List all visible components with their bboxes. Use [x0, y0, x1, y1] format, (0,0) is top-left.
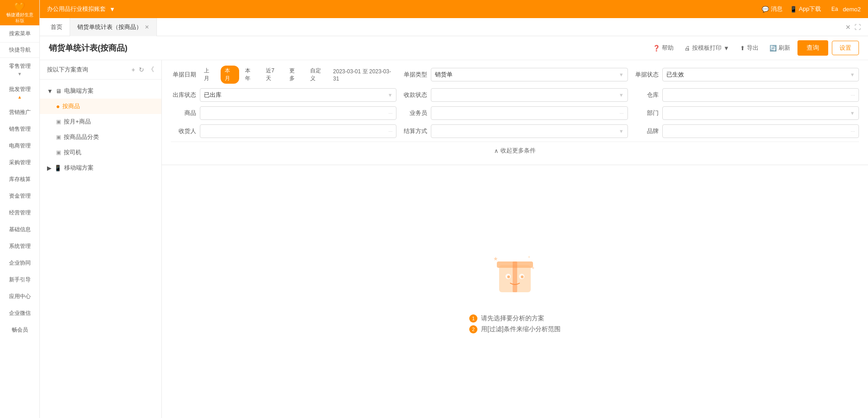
wholesale-arrow: ▲ — [18, 95, 22, 100]
sidebar-item-member[interactable]: 畅会员 — [0, 322, 39, 338]
collapse-panel-icon[interactable]: 《 — [148, 66, 154, 74]
sidebar-item-enterprise[interactable]: 企业协同 — [0, 255, 39, 271]
date-range-text: 2023-03-01 至 2023-03-31 — [333, 68, 397, 82]
tab-bar: 首页 销货单统计表（按商品） ✕ ✕ ⛶ — [40, 18, 868, 36]
date-tab-more[interactable]: 更多 — [285, 66, 304, 84]
svg-rect-2 — [513, 261, 517, 292]
filter-doc-type-item: 单据类型 销货单 ▼ — [402, 66, 627, 84]
recipient-field[interactable]: ··· — [200, 124, 396, 138]
date-tab-this-month[interactable]: 本月 — [221, 66, 240, 84]
user-info[interactable]: Ea demo2 — [828, 3, 861, 15]
date-tab-this-year[interactable]: 本年 — [241, 66, 260, 84]
sidebar-item-marketing[interactable]: 营销推广 — [0, 104, 39, 121]
doc-type-field[interactable]: 销货单 ▼ — [431, 68, 627, 81]
collapse-label: 收起更多条件 — [500, 147, 536, 155]
app-download-btn[interactable]: 📱 App下载 — [790, 5, 821, 13]
scheme-group-mobile-header[interactable]: ▶ 📱 移动端方案 — [40, 160, 161, 176]
message-btn[interactable]: 💬 消息 — [762, 5, 783, 13]
setting-button[interactable]: 设置 — [832, 41, 859, 55]
scheme-item-by-product[interactable]: ● 按商品 — [40, 99, 161, 114]
newbie-label: 新手引导 — [9, 276, 31, 284]
sidebar-item-basic[interactable]: 基础信息 — [0, 221, 39, 238]
sidebar-item-system[interactable]: 系统管理 — [0, 238, 39, 255]
payment-field[interactable]: ▼ — [431, 124, 627, 138]
doc-status-label: 单据状态 — [633, 71, 659, 79]
help-icon: ❓ — [653, 45, 660, 52]
query-button[interactable]: 查询 — [797, 40, 828, 56]
marketing-label: 营销推广 — [9, 109, 31, 116]
department-field[interactable]: ▼ — [662, 106, 859, 120]
product-label: 商品 — [171, 109, 196, 117]
empty-tips-list: 1 请先选择要分析的方案 2 用[过滤]条件来缩小分析范围 — [469, 312, 561, 336]
filter-row-2: 出库状态 已出库 ▼ 收款状态 ▼ — [171, 88, 859, 102]
desktop-group-icon: 🖥 — [56, 88, 61, 95]
collapse-btn[interactable]: ∧ 收起更多条件 — [171, 142, 859, 159]
by-product-category-icon: ▣ — [56, 134, 61, 140]
sidebar-item-purchase[interactable]: 采购管理 — [0, 154, 39, 171]
doc-type-label: 单据类型 — [402, 71, 427, 79]
scheme-item-by-product-category[interactable]: ▣ 按商品品分类 — [40, 129, 161, 145]
tab-sales-stats[interactable]: 销货单统计表（按商品） ✕ — [70, 18, 157, 36]
apps-label: 应用中心 — [9, 293, 31, 300]
filter-section: 单据日期 上月 本月 本年 近7天 更多 自定义 20 — [162, 60, 868, 165]
ecommerce-label: 电商管理 — [9, 142, 31, 150]
sidebar-item-ecommerce[interactable]: 电商管理 — [0, 138, 39, 154]
refresh-btn[interactable]: 🔄 刷新 — [766, 42, 794, 54]
wholesale-label: 批发管理 — [9, 86, 31, 93]
search-menu[interactable]: 搜索菜单 — [0, 25, 39, 43]
sidebar-item-apps[interactable]: 应用中心 — [0, 288, 39, 305]
user-avatar: Ea — [828, 3, 841, 15]
date-tab-7days[interactable]: 近7天 — [262, 66, 283, 84]
warehouse-label: 仓库 — [633, 91, 659, 99]
logo-subtext: 标版 — [15, 18, 24, 24]
filter-warehouse-item: 仓库 ··· — [633, 88, 859, 102]
tab-bar-close-btn[interactable]: ✕ — [845, 24, 851, 31]
tab-home[interactable]: 首页 — [43, 18, 70, 36]
sidebar-item-operations[interactable]: 经营管理 — [0, 204, 39, 221]
brand-field[interactable]: ··· — [662, 124, 859, 138]
doc-status-field[interactable]: 已生效 ▼ — [662, 68, 859, 81]
scheme-item-by-driver[interactable]: ▣ 按司机 — [40, 145, 161, 160]
svg-point-6 — [521, 276, 524, 278]
doc-type-chevron: ▼ — [619, 72, 624, 77]
salesperson-field[interactable]: ··· — [431, 106, 627, 120]
by-month-product-icon: ▣ — [56, 119, 61, 125]
help-btn[interactable]: ❓ 帮助 — [649, 42, 677, 54]
finance-label: 资金管理 — [9, 192, 31, 200]
tip-text-2: 用[过滤]条件来缩小分析范围 — [481, 325, 561, 333]
sidebar-item-wholesale[interactable]: 批发管理 ▲ — [0, 81, 39, 104]
out-status-value: 已出库 — [204, 91, 387, 99]
add-scheme-icon[interactable]: + — [132, 66, 135, 73]
product-field[interactable]: ··· — [200, 106, 396, 120]
filter-payment-item: 结算方式 ▼ — [402, 124, 627, 138]
sidebar-item-inventory[interactable]: 库存核算 — [0, 171, 39, 188]
quick-nav[interactable]: 快捷导航 — [0, 43, 39, 58]
scheme-item-by-month-product[interactable]: ▣ 按月+商品 — [40, 114, 161, 129]
print-btn[interactable]: 🖨 按模板打印 ▼ — [681, 42, 733, 54]
left-panel-header: 按以下方案查询 + ↻ 《 — [40, 60, 161, 80]
sidebar-item-retail[interactable]: 零售管理 ▼ — [0, 58, 39, 81]
warehouse-field[interactable]: ··· — [662, 88, 859, 102]
filter-doc-status-item: 单据状态 已生效 ▼ — [633, 66, 859, 84]
industry-dropdown-icon[interactable]: ▼ — [109, 6, 115, 13]
tab-bar-expand-btn[interactable]: ⛶ — [854, 24, 861, 31]
export-btn[interactable]: ⬆ 导出 — [736, 42, 762, 54]
out-status-field[interactable]: 已出库 ▼ — [200, 88, 396, 102]
print-icon: 🖨 — [684, 45, 690, 52]
empty-state: ★ ✦ ✦ 1 请先选择要分析的方案 2 用[过滤]条件来缩小分析范围 — [162, 165, 868, 418]
svg-text:✦: ✦ — [531, 266, 535, 271]
sidebar-item-newbie[interactable]: 新手引导 — [0, 271, 39, 288]
sidebar-item-finance[interactable]: 资金管理 — [0, 188, 39, 204]
sidebar-item-sales[interactable]: 销售管理 — [0, 121, 39, 138]
department-chevron: ▼ — [850, 110, 855, 116]
header-right: 💬 消息 📱 App下载 Ea demo2 — [762, 3, 861, 15]
warehouse-dots: ··· — [851, 92, 855, 98]
receipt-status-field[interactable]: ▼ — [431, 88, 627, 102]
sidebar-item-wechat[interactable]: 企业微信 — [0, 305, 39, 322]
left-panel-title: 按以下方案查询 — [47, 66, 88, 74]
scheme-group-desktop-header[interactable]: ▼ 🖥 电脑端方案 — [40, 83, 161, 99]
date-tab-last-month[interactable]: 上月 — [200, 66, 219, 84]
refresh-scheme-icon[interactable]: ↻ — [139, 66, 144, 73]
tab-close-icon[interactable]: ✕ — [145, 24, 149, 30]
date-tab-custom[interactable]: 自定义 — [306, 66, 330, 84]
